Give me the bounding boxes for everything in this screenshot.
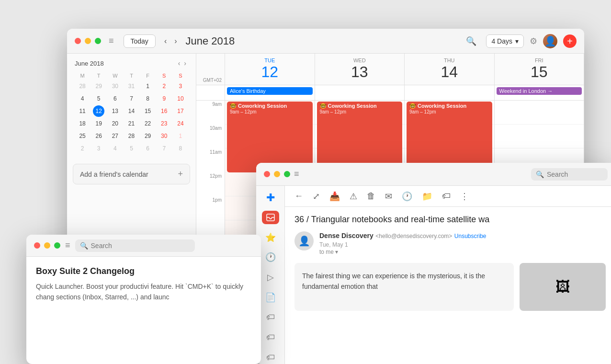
mini-cal-day[interactable]: 3 [175, 80, 186, 92]
sent-icon[interactable]: ▷ [262, 271, 279, 284]
report-icon[interactable]: ⚠ [348, 189, 359, 204]
email-maximize-button[interactable] [284, 171, 290, 177]
drafts-icon[interactable]: 📄 [262, 291, 279, 304]
settings-icon[interactable]: ⚙ [530, 36, 537, 46]
notes-search-input[interactable] [91, 242, 190, 250]
notes-titlebar: ≡ 🔍 [26, 235, 261, 257]
label1-icon[interactable]: 🏷 [262, 311, 279, 324]
mini-cal-day[interactable]: 15 [142, 105, 154, 117]
mini-cal-day[interactable]: 24 [175, 118, 186, 129]
delete-icon[interactable]: 🗑 [365, 189, 377, 203]
view-selector[interactable]: 4 Days ▾ [486, 34, 524, 48]
weekend-london-event[interactable]: Weekend in London → [497, 87, 582, 95]
mini-cal-day[interactable]: 2 [77, 143, 88, 154]
move-icon[interactable]: 📁 [420, 189, 434, 204]
snooze-icon[interactable]: 🕐 [400, 189, 414, 204]
back-icon[interactable]: ← [293, 189, 305, 203]
email-close-button[interactable] [264, 171, 270, 177]
archive-icon[interactable]: 📥 [328, 189, 342, 204]
mini-cal-day[interactable]: 7 [125, 93, 137, 104]
mini-cal-day[interactable]: 4 [77, 93, 88, 104]
mini-cal-day[interactable]: 18 [77, 118, 88, 129]
mini-cal-day-today[interactable]: 12 [93, 105, 104, 117]
mini-cal-day[interactable]: 29 [93, 80, 104, 92]
starred-icon[interactable]: ⭐ [262, 231, 279, 244]
mini-cal-day[interactable]: 14 [125, 105, 137, 117]
mini-cal-day[interactable]: 6 [142, 143, 154, 154]
mini-cal-day[interactable]: 30 [109, 80, 121, 92]
notes-minimize-button[interactable] [44, 242, 50, 249]
next-period-button[interactable]: › [171, 36, 180, 46]
mini-cal-next[interactable]: › [182, 59, 188, 67]
mini-cal-day[interactable]: 5 [93, 93, 104, 104]
label2-icon[interactable]: 🏷 [262, 331, 279, 344]
close-button[interactable] [75, 38, 81, 44]
mini-cal-day[interactable]: 31 [125, 80, 137, 92]
avatar-image: 👤 [544, 35, 556, 47]
mini-cal-day[interactable]: 9 [158, 93, 170, 104]
label-icon[interactable]: 🏷 [440, 189, 453, 203]
mini-cal-day[interactable]: 17 [175, 105, 186, 117]
email-message: 36 / Triangular notebooks and real-time … [285, 207, 611, 364]
more-options-icon[interactable]: ⋮ [458, 189, 471, 204]
mini-cal-day[interactable]: 1 [142, 80, 154, 92]
maximize-button[interactable] [95, 38, 101, 44]
add-friend-calendar-button[interactable]: Add a friend's calendar + [73, 164, 190, 184]
mini-cal-day[interactable]: 20 [109, 118, 121, 129]
compose-button[interactable]: ✚ [263, 192, 278, 204]
fri-10am-slot[interactable] [495, 125, 584, 148]
minimize-button[interactable] [85, 38, 91, 44]
mini-cal-day[interactable]: 1 [175, 130, 186, 142]
coworking-thu-event[interactable]: 🤓 Coworking Session 9am – 12pm [407, 102, 492, 172]
mini-cal-day[interactable]: 5 [125, 143, 137, 154]
add-event-button[interactable]: + [563, 34, 577, 48]
notes-hamburger-icon[interactable]: ≡ [65, 240, 70, 250]
notes-close-button[interactable] [34, 242, 40, 249]
mini-cal-day[interactable]: 29 [142, 130, 154, 142]
coworking-wed-event[interactable]: 🤓 Coworking Session 9am – 12pm [317, 102, 403, 172]
alice-birthday-event[interactable]: Alice's Birthday [227, 87, 313, 95]
mini-cal-day[interactable]: 7 [158, 143, 170, 154]
coworking-tue-time: 9am – 12pm [230, 109, 310, 114]
prev-period-button[interactable]: ‹ [161, 36, 170, 46]
mini-cal-day[interactable]: 8 [142, 93, 154, 104]
unsubscribe-link[interactable]: Unsubscribe [454, 233, 487, 239]
email-search-input[interactable] [547, 171, 603, 178]
today-button[interactable]: Today [124, 34, 156, 48]
notes-maximize-button[interactable] [54, 242, 60, 249]
snoozed-icon[interactable]: 🕐 [262, 251, 279, 264]
mini-cal-day[interactable]: 19 [93, 118, 104, 129]
mini-cal-day[interactable]: 11 [77, 105, 88, 117]
mini-cal-day[interactable]: 25 [77, 130, 88, 142]
mini-cal-day[interactable]: 4 [109, 143, 121, 154]
mini-cal-day[interactable]: 27 [109, 130, 121, 142]
expand-icon[interactable]: ⤢ [311, 189, 322, 204]
dow-t: T [91, 72, 106, 80]
mark-read-icon[interactable]: ✉ [383, 189, 394, 204]
fri-9am-slot[interactable] [495, 101, 584, 125]
mini-cal-day[interactable]: 13 [109, 105, 121, 117]
mini-cal-day[interactable]: 16 [158, 105, 170, 117]
mini-cal-day[interactable]: 21 [125, 118, 137, 129]
mini-cal-day[interactable]: 28 [77, 80, 88, 92]
mini-cal-prev[interactable]: ‹ [176, 59, 182, 67]
sidebar-toggle-icon[interactable]: ≡ [109, 36, 114, 46]
email-minimize-button[interactable] [274, 171, 280, 177]
label3-icon[interactable]: 🏷 [262, 351, 279, 364]
mini-cal-day[interactable]: 10 [175, 93, 186, 104]
mini-cal-day[interactable]: 3 [93, 143, 104, 154]
user-avatar[interactable]: 👤 [543, 34, 557, 48]
mini-cal-day[interactable]: 30 [158, 130, 170, 142]
email-sidebar-toggle-icon[interactable]: ≡ [294, 169, 299, 179]
mini-cal-day[interactable]: 23 [158, 118, 170, 129]
mini-cal-day[interactable]: 26 [93, 130, 104, 142]
day-num-13: 13 [315, 63, 405, 81]
inbox-icon[interactable] [262, 211, 279, 224]
coworking-tue-event[interactable]: 🤓 Coworking Session 9am – 12pm [227, 102, 313, 172]
mini-cal-day[interactable]: 2 [158, 80, 170, 92]
mini-cal-day[interactable]: 6 [109, 93, 121, 104]
mini-cal-day[interactable]: 28 [125, 130, 137, 142]
search-icon[interactable]: 🔍 [466, 36, 476, 46]
mini-cal-day[interactable]: 22 [142, 118, 154, 129]
mini-cal-day[interactable]: 8 [175, 143, 186, 154]
